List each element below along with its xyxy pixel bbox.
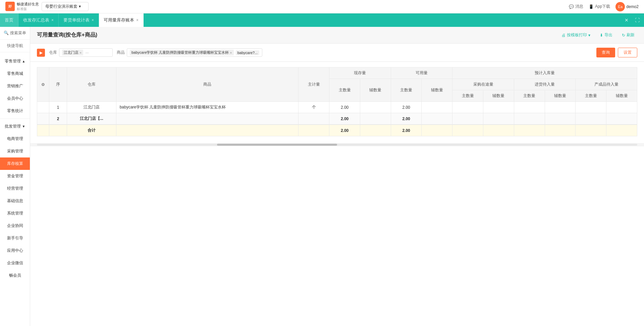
sidebar-item-appstore[interactable]: 应用中心 <box>0 244 30 257</box>
footer-product <box>116 125 299 136</box>
sidebar-item-operations-label: 经营管理 <box>7 186 23 191</box>
sidebar-item-wholesale[interactable]: 批发管理 ▼ <box>0 120 30 133</box>
scroll-bar-area <box>30 143 644 146</box>
product-tag-1-value: babycare?... <box>237 51 258 55</box>
footer-production-sub <box>606 125 637 136</box>
sidebar-item-basic[interactable]: 基础信息 <box>0 195 30 207</box>
col-settings-header[interactable]: ⚙ <box>37 67 49 102</box>
print-btn[interactable]: 🖨 按模板打印 ▾ <box>559 31 593 39</box>
row-2-stock-sub <box>360 113 391 125</box>
data-table: ⚙ 序 仓库 商品 主计量 现存量 可用量 预计入库量 主数量 辅 <box>37 67 637 136</box>
industry-label: 母婴行业演示账套 <box>45 4 77 9</box>
tab-receipts[interactable]: 收发存汇总表 × <box>18 13 59 27</box>
footer-available-sub <box>422 125 452 136</box>
row-1-stock-sub <box>360 102 391 113</box>
download-btn[interactable]: 📱 App下载 <box>589 4 610 9</box>
refresh-label: 刷新 <box>627 32 635 38</box>
tab-available-stock-close[interactable]: × <box>136 18 139 22</box>
tab-order-stats-label: 要货单统计表 <box>63 17 90 23</box>
refresh-btn[interactable]: ↻ 刷新 <box>619 31 637 39</box>
product-input[interactable]: babycare学饮杯 儿童防摔防撞吸管杯重力球吸嘴杯宝宝水杯 × babyca… <box>127 48 262 57</box>
page-header-actions: 🖨 按模板打印 ▾ ⬇ 导出 ↻ 刷新 <box>559 31 637 39</box>
sidebar-search-label: 搜索菜单 <box>10 31 26 35</box>
expand-btn[interactable]: ⛶ <box>633 16 641 24</box>
sidebar-quick-nav[interactable]: 快捷导航 <box>0 40 30 52</box>
logo-text-area: 畅捷通好生意 标准版 <box>17 2 39 11</box>
message-btn[interactable]: 💬 消息 <box>569 4 583 9</box>
row-2-stock-main: 2.00 <box>329 113 360 125</box>
close-tab-btn[interactable]: ✕ <box>623 16 631 24</box>
sidebar-item-inventory[interactable]: 库存核算 <box>0 157 30 170</box>
footer-no <box>49 125 67 136</box>
sidebar-item-enterprise[interactable]: 企业协同 <box>0 220 30 232</box>
tab-available-stock-label: 可用量库存账本 <box>104 17 134 23</box>
scroll-bar-thumb[interactable] <box>217 144 337 146</box>
export-btn[interactable]: ⬇ 导出 <box>597 31 615 39</box>
tab-home-label: 首页 <box>5 17 13 23</box>
sidebar-item-finance[interactable]: 资金管理 <box>0 170 30 182</box>
sidebar-item-system[interactable]: 系统管理 <box>0 207 30 220</box>
row-2-available-sub <box>422 113 452 125</box>
download-label: App下载 <box>595 4 610 9</box>
download-icon: 📱 <box>589 4 594 9</box>
scroll-bar-track[interactable] <box>37 144 637 146</box>
row-2-purchase-main <box>452 113 483 125</box>
app-name: 畅捷通好生意 <box>17 2 39 6</box>
warehouse-input[interactable]: 江北门店 × ··· <box>59 48 113 57</box>
product-tag-0-value: babycare学饮杯 儿童防摔防撞吸管杯重力球吸嘴杯宝宝水杯 <box>131 50 229 55</box>
row-2-production-main <box>576 113 606 125</box>
tab-order-stats[interactable]: 要货单统计表 × <box>59 13 99 27</box>
tab-home[interactable]: 首页 <box>0 13 18 27</box>
query-button[interactable]: 查询 <box>596 48 615 57</box>
sidebar-item-retail-mall[interactable]: 零售商城 <box>0 67 30 80</box>
sidebar-item-operations[interactable]: 经营管理 <box>0 182 30 195</box>
col-purchase-sub-header: 辅数量 <box>483 90 514 102</box>
footer-transit-sub <box>545 125 576 136</box>
search-icon: 🔍 <box>4 31 9 35</box>
settings-button[interactable]: 设置 <box>618 48 637 57</box>
warehouse-tag-close[interactable]: × <box>79 51 82 55</box>
user-area[interactable]: Ea demo2 <box>615 2 639 11</box>
row-2-warehouse: 江北门店【... <box>67 113 116 125</box>
page-title: 可用量查询(按仓库+商品) <box>37 32 97 39</box>
print-label: 按模板打印 <box>567 32 587 38</box>
footer-transit-main <box>514 125 545 136</box>
nav-tabs-bar: 首页 收发存汇总表 × 要货单统计表 × 可用量库存账本 × ✕ ⛶ <box>0 13 644 27</box>
sidebar-item-member2[interactable]: 畅会员 <box>0 269 30 282</box>
chevron-down-icon-wholesale: ▼ <box>22 125 25 128</box>
tab-receipts-close[interactable]: × <box>51 18 54 22</box>
row-1-stock-main: 2.00 <box>329 102 360 113</box>
sidebar-item-ecommerce[interactable]: 电商管理 <box>0 133 30 145</box>
sidebar-item-system-label: 系统管理 <box>7 211 23 216</box>
product-tag-0-close[interactable]: × <box>230 51 232 55</box>
col-no-header: 序 <box>49 67 67 102</box>
username: demo2 <box>626 4 639 9</box>
row-2-product <box>116 113 299 125</box>
warehouse-more-icon[interactable]: ··· <box>85 50 89 55</box>
sidebar-item-weixin[interactable]: 企业微信 <box>0 257 30 269</box>
row-1-available-main: 2.00 <box>391 102 422 113</box>
sidebar-section: 零售管理 ▲ 零售商城 营销推广 会员中心 零售统计 批发管理 ▼ 电商管理 <box>0 52 30 284</box>
warehouse-tag-value: 江北门店 <box>64 50 78 55</box>
sidebar-item-retail-mall-label: 零售商城 <box>7 71 23 77</box>
industry-selector[interactable]: 母婴行业演示账套 ▾ <box>42 2 89 11</box>
col-transit-sub-header: 辅数量 <box>545 90 576 102</box>
expand-filter-btn[interactable]: ▶ <box>37 49 45 57</box>
sidebar: 🔍 搜索菜单 快捷导航 零售管理 ▲ 零售商城 营销推广 会员中心 零售统计 <box>0 27 30 326</box>
sidebar-search[interactable]: 🔍 搜索菜单 <box>0 27 30 40</box>
sidebar-item-marketing[interactable]: 营销推广 <box>0 80 30 92</box>
sidebar-item-guide[interactable]: 新手引导 <box>0 232 30 244</box>
product-tag-1: babycare?... <box>236 50 260 55</box>
sidebar-item-retail[interactable]: 零售管理 ▲ <box>0 55 30 67</box>
sidebar-item-retail-stats[interactable]: 零售统计 <box>0 105 30 117</box>
tab-order-stats-close[interactable]: × <box>92 18 94 22</box>
sidebar-item-purchase[interactable]: 采购管理 <box>0 145 30 157</box>
tab-receipts-label: 收发存汇总表 <box>23 17 49 23</box>
sidebar-item-member[interactable]: 会员中心 <box>0 92 30 105</box>
tab-available-stock[interactable]: 可用量库存账本 × <box>99 13 144 27</box>
message-icon: 💬 <box>569 4 574 9</box>
row-1-warehouse: 江北门店 <box>67 102 116 113</box>
chevron-down-icon-print: ▾ <box>588 33 590 38</box>
col-stock-main-header: 主数量 <box>329 79 360 102</box>
col-purchase-main-header: 主数量 <box>452 90 483 102</box>
